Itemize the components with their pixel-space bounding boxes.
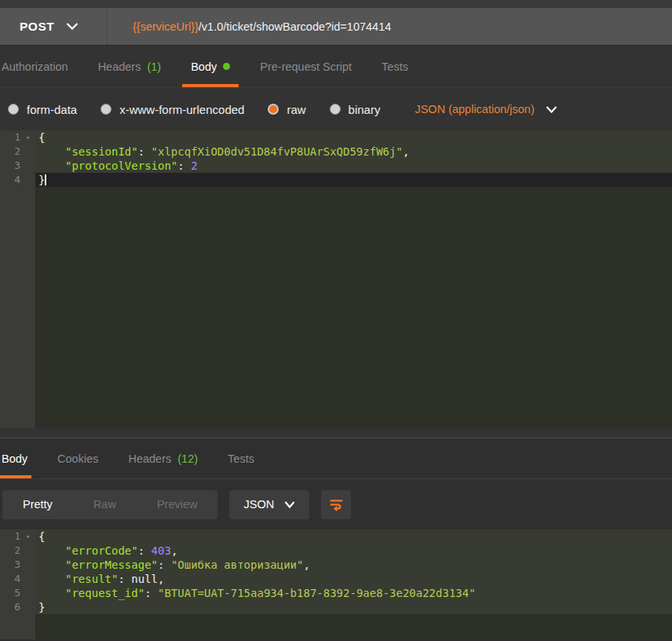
radio-x-www-form-urlencoded[interactable]: x-www-form-urlencoded: [100, 103, 244, 116]
wrap-lines-button[interactable]: [321, 490, 351, 519]
code-line: 2 "errorCode": 403,: [0, 544, 672, 558]
gutter: 5: [0, 586, 35, 600]
content-type-label: JSON (application/json): [415, 103, 534, 115]
editor-empty-area[interactable]: [0, 187, 672, 428]
line-number: 6: [0, 600, 20, 614]
tab-body[interactable]: Body: [176, 46, 245, 87]
tab-body-label: Body: [191, 60, 217, 73]
tab-prerequest-script[interactable]: Pre-request Script: [245, 46, 367, 87]
response-tab-body-label: Body: [2, 452, 27, 465]
headers-count-badge: (1): [147, 60, 161, 73]
gutter: 6: [0, 600, 35, 614]
code-line: 5 "request_id": "BTUAT=UAT-715aa934-b187…: [0, 586, 672, 600]
response-format-dropdown[interactable]: JSON: [229, 490, 309, 519]
code-line: 1 ▾ {: [0, 130, 672, 145]
code-text: "sessionId": "xlpcqfXiOD0dv51D84fvP8UArS…: [35, 145, 672, 159]
line-number: 1: [0, 529, 20, 544]
gutter: 1 ▾: [0, 529, 35, 544]
response-tab-cookies-label: Cookies: [57, 452, 98, 465]
code-text: "errorCode": 403,: [35, 544, 672, 558]
url-environment-variable: {{serviceUrl}}: [133, 20, 199, 33]
view-pretty-button[interactable]: Pretty: [2, 490, 73, 519]
line-number: 3: [0, 558, 20, 572]
chevron-down-icon: [284, 501, 295, 508]
wrap-line-icon: [327, 496, 345, 513]
code-text: "errorMessage": "Ошибка авторизации",: [35, 558, 672, 572]
response-tab-cookies[interactable]: Cookies: [42, 438, 113, 478]
fold-toggle-icon[interactable]: ▾: [20, 529, 35, 544]
response-tab-headers-label: Headers: [128, 452, 171, 465]
tab-tests-label: Tests: [382, 60, 408, 73]
radio-form-data-label: form-data: [27, 103, 77, 116]
radio-raw[interactable]: raw: [268, 103, 305, 116]
tab-authorization-label: Authorization: [2, 60, 68, 73]
radio-circle-icon: [330, 104, 341, 115]
url-path: /v1.0/ticket/showBarcode?id=1074414: [199, 20, 391, 33]
gutter: 1 ▾: [0, 130, 35, 145]
radio-raw-label: raw: [287, 103, 305, 116]
response-tab-headers[interactable]: Headers (12): [113, 438, 213, 478]
method-selector[interactable]: POST: [0, 8, 108, 45]
radio-circle-icon: [100, 104, 111, 115]
code-text: {: [35, 130, 672, 145]
gutter: 2: [0, 145, 35, 159]
radio-binary-label: binary: [349, 103, 381, 116]
response-tab-tests[interactable]: Tests: [213, 438, 269, 478]
gutter: 4: [0, 572, 35, 586]
view-raw-button[interactable]: Raw: [73, 490, 137, 519]
response-tab-tests-label: Tests: [228, 452, 254, 465]
url-input[interactable]: {{serviceUrl}}/v1.0/ticket/showBarcode?i…: [108, 8, 672, 45]
line-number: 3: [0, 159, 20, 173]
code-line: 1 ▾ {: [0, 529, 672, 544]
content-type-dropdown[interactable]: JSON (application/json): [415, 103, 557, 115]
radio-urlencoded-label: x-www-form-urlencoded: [119, 103, 244, 116]
code-text: }: [35, 173, 672, 187]
gutter: 2: [0, 544, 35, 558]
code-line: 4 "result": null,: [0, 572, 672, 586]
code-text: }: [35, 600, 672, 614]
chevron-down-icon: [66, 23, 79, 30]
line-number: 4: [0, 173, 20, 187]
chevron-down-icon: [546, 106, 557, 113]
tab-tests[interactable]: Tests: [367, 46, 423, 87]
code-text: "request_id": "BTUAT=UAT-715aa934-b187-8…: [35, 586, 672, 600]
body-type-bar: form-data x-www-form-urlencoded raw bina…: [0, 88, 672, 130]
radio-circle-icon: [8, 104, 19, 115]
editor-empty-area[interactable]: [0, 614, 672, 639]
fold-toggle-icon[interactable]: ▾: [20, 130, 35, 145]
code-text: "result": null,: [35, 572, 672, 586]
code-text: "protocolVersion": 2: [35, 159, 672, 173]
code-line-active: 4 }: [0, 173, 672, 187]
radio-binary[interactable]: binary: [330, 103, 381, 116]
response-toolbar: Pretty Raw Preview JSON: [0, 479, 672, 529]
tab-headers-label: Headers: [98, 60, 141, 73]
postman-window: POST {{serviceUrl}}/v1.0/ticket/showBarc…: [0, 0, 672, 641]
response-tab-bar: Body Cookies Headers (12) Tests: [0, 438, 672, 479]
pane-divider[interactable]: [0, 428, 672, 438]
code-line: 2 "sessionId": "xlpcqfXiOD0dv51D84fvP8UA…: [0, 145, 672, 159]
window-top-strip: [0, 0, 672, 8]
gutter: 3: [0, 159, 35, 173]
tab-headers[interactable]: Headers (1): [83, 46, 177, 87]
request-body-editor[interactable]: 1 ▾ { 2 "sessionId": "xlpcqfXiOD0dv51D84…: [0, 130, 672, 428]
line-number: 2: [0, 544, 20, 558]
code-line: 3 "protocolVersion": 2: [0, 159, 672, 173]
radio-selected-icon: [268, 104, 279, 115]
method-label: POST: [20, 20, 54, 34]
code-line: 6 }: [0, 600, 672, 614]
gutter: 3: [0, 558, 35, 572]
view-preview-button[interactable]: Preview: [137, 490, 218, 519]
line-number: 2: [0, 145, 20, 159]
response-body-viewer[interactable]: 1 ▾ { 2 "errorCode": 403, 3 "errorMessag…: [0, 529, 672, 639]
tab-prerequest-label: Pre-request Script: [260, 60, 352, 73]
request-url-bar: POST {{serviceUrl}}/v1.0/ticket/showBarc…: [0, 8, 672, 46]
tab-authorization[interactable]: Authorization: [0, 46, 83, 87]
line-number: 1: [0, 130, 20, 145]
text-cursor: [45, 174, 46, 185]
body-modified-dot-icon: [223, 63, 230, 70]
radio-form-data[interactable]: form-data: [8, 103, 77, 116]
request-tab-bar: Authorization Headers (1) Body Pre-reque…: [0, 46, 672, 88]
response-tab-body[interactable]: Body: [0, 438, 42, 478]
code-text: {: [35, 529, 672, 544]
gutter: 4: [0, 173, 35, 187]
